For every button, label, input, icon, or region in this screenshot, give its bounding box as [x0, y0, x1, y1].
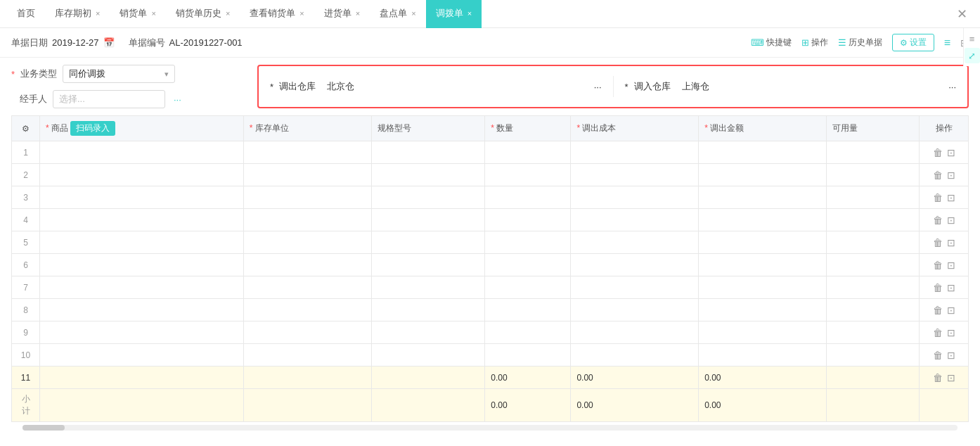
- row-9-delete-icon[interactable]: 🗑: [933, 327, 943, 338]
- tab-sales-history[interactable]: 销货单历史 ×: [166, 0, 240, 28]
- row-5-delete-icon[interactable]: 🗑: [933, 237, 943, 248]
- row-5-copy-icon[interactable]: ⊡: [947, 237, 955, 248]
- row-5-cost[interactable]: [571, 231, 699, 254]
- tab-transfer-close[interactable]: ×: [468, 9, 472, 18]
- col-settings[interactable]: ⚙: [12, 116, 40, 141]
- scroll-thumb[interactable]: [22, 425, 65, 431]
- row-3-copy-icon[interactable]: ⊡: [947, 192, 955, 203]
- table-settings-icon[interactable]: ⚙: [22, 124, 30, 134]
- row-10-cost[interactable]: [571, 344, 699, 367]
- row-2-product[interactable]: [40, 164, 244, 186]
- row-10-unit[interactable]: [243, 344, 371, 367]
- row-1-cost[interactable]: [571, 141, 699, 164]
- tab-inventory-check[interactable]: 盘点单 ×: [370, 0, 425, 28]
- tab-sales-order[interactable]: 销货单 ×: [110, 0, 165, 28]
- tab-inventory-init-close[interactable]: ×: [96, 9, 100, 18]
- row-8-amount[interactable]: [699, 299, 827, 321]
- row-6-cost[interactable]: [571, 254, 699, 276]
- tab-sales-history-close[interactable]: ×: [226, 9, 230, 18]
- sidebar-expand-icon[interactable]: ⤢: [965, 48, 980, 63]
- row-3-unit[interactable]: [243, 186, 371, 209]
- row-10-delete-icon[interactable]: 🗑: [933, 350, 943, 361]
- row-5-amount[interactable]: [699, 231, 827, 254]
- row-8-delete-icon[interactable]: 🗑: [933, 305, 943, 316]
- row-1-product[interactable]: [40, 141, 244, 164]
- tab-view-sales-close[interactable]: ×: [299, 9, 304, 18]
- row-8-unit[interactable]: [243, 299, 371, 321]
- row-2-amount[interactable]: [699, 164, 827, 186]
- operations-action[interactable]: ⊞ 操作: [801, 37, 828, 49]
- row-4-unit[interactable]: [243, 209, 371, 231]
- row-8-qty[interactable]: [485, 299, 571, 321]
- row-6-copy-icon[interactable]: ⊡: [947, 260, 955, 271]
- row-8-cost[interactable]: [571, 299, 699, 321]
- row-10-amount[interactable]: [699, 344, 827, 367]
- row-1-amount[interactable]: [699, 141, 827, 164]
- in-warehouse-more-button[interactable]: ···: [948, 82, 956, 92]
- row-2-unit[interactable]: [243, 164, 371, 186]
- horizontal-scrollbar[interactable]: [22, 425, 958, 431]
- row-4-qty[interactable]: [485, 209, 571, 231]
- row-3-product[interactable]: [40, 186, 244, 209]
- row-6-spec[interactable]: [371, 254, 485, 276]
- row-6-amount[interactable]: [699, 254, 827, 276]
- row-8-product[interactable]: [40, 299, 244, 321]
- row-4-cost[interactable]: [571, 209, 699, 231]
- row-4-product[interactable]: [40, 209, 244, 231]
- row-7-cost[interactable]: [571, 276, 699, 299]
- row-5-qty[interactable]: [485, 231, 571, 254]
- tab-home[interactable]: 首页: [7, 0, 45, 28]
- row-7-spec[interactable]: [371, 276, 485, 299]
- tab-purchase-order-close[interactable]: ×: [356, 9, 360, 18]
- tab-sales-order-close[interactable]: ×: [151, 9, 155, 18]
- row-5-spec[interactable]: [371, 231, 485, 254]
- handler-select[interactable]: 选择...: [53, 90, 165, 108]
- tab-transfer[interactable]: 调拨单 ×: [426, 0, 482, 28]
- row-1-qty[interactable]: [485, 141, 571, 164]
- row-2-cost[interactable]: [571, 164, 699, 186]
- row-8-spec[interactable]: [371, 299, 485, 321]
- date-picker-icon[interactable]: 📅: [103, 37, 115, 48]
- row-7-product[interactable]: [40, 276, 244, 299]
- row-4-amount[interactable]: [699, 209, 827, 231]
- row-4-delete-icon[interactable]: 🗑: [933, 215, 943, 226]
- tab-close-all-button[interactable]: ✕: [951, 6, 973, 22]
- row-2-qty[interactable]: [485, 164, 571, 186]
- row-2-spec[interactable]: [371, 164, 485, 186]
- tab-view-sales[interactable]: 查看销货单 ×: [240, 0, 314, 28]
- layout-toggle-list-icon[interactable]: ≡: [944, 37, 950, 49]
- row-7-unit[interactable]: [243, 276, 371, 299]
- row-3-delete-icon[interactable]: 🗑: [933, 192, 943, 203]
- handler-more-button[interactable]: ···: [174, 94, 181, 105]
- scan-entry-button[interactable]: 扫码录入: [70, 121, 115, 136]
- row-1-delete-icon[interactable]: 🗑: [933, 147, 943, 158]
- row-9-qty[interactable]: [485, 321, 571, 344]
- business-type-select[interactable]: 同价调拨 ▾: [63, 65, 175, 83]
- sidebar-list-icon[interactable]: ≡: [965, 31, 980, 46]
- row-3-qty[interactable]: [485, 186, 571, 209]
- row-9-amount[interactable]: [699, 321, 827, 344]
- row-9-product[interactable]: [40, 321, 244, 344]
- row-3-amount[interactable]: [699, 186, 827, 209]
- row-4-spec[interactable]: [371, 209, 485, 231]
- row-10-qty[interactable]: [485, 344, 571, 367]
- row-4-copy-icon[interactable]: ⊡: [947, 215, 955, 226]
- row-delete-icon[interactable]: 🗑: [933, 372, 943, 383]
- row-1-spec[interactable]: [371, 141, 485, 164]
- row-10-product[interactable]: [40, 344, 244, 367]
- row-10-copy-icon[interactable]: ⊡: [947, 350, 955, 361]
- row-1-unit[interactable]: [243, 141, 371, 164]
- row-10-spec[interactable]: [371, 344, 485, 367]
- settings-button[interactable]: ⚙ 设置: [892, 34, 934, 51]
- row-7-delete-icon[interactable]: 🗑: [933, 282, 943, 293]
- tab-purchase-order[interactable]: 进货单 ×: [314, 0, 370, 28]
- row-7-qty[interactable]: [485, 276, 571, 299]
- row-5-unit[interactable]: [243, 231, 371, 254]
- row-6-qty[interactable]: [485, 254, 571, 276]
- row-copy-icon[interactable]: ⊡: [947, 372, 955, 383]
- row-7-amount[interactable]: [699, 276, 827, 299]
- tab-inventory-init[interactable]: 库存期初 ×: [45, 0, 110, 28]
- row-8-copy-icon[interactable]: ⊡: [947, 305, 955, 316]
- row-9-unit[interactable]: [243, 321, 371, 344]
- row-1-copy-icon[interactable]: ⊡: [947, 147, 955, 158]
